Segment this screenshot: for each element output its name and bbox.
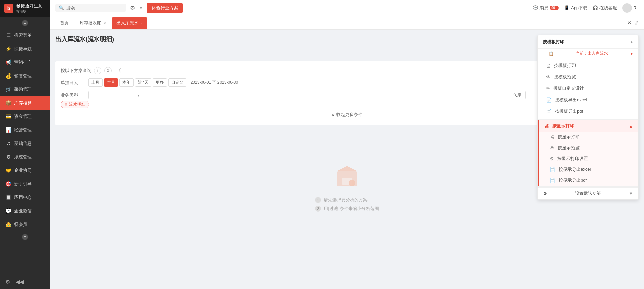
sidebar-item-beginner[interactable]: 🎯 新手引导 <box>0 177 50 191</box>
display-print-section: 🖨 按显示打印 ▲ 🖨 按显示打印 👁 按显示预览 ⚙ 按显示打印设置 <box>538 120 638 186</box>
printer2-icon: 🖨 <box>550 134 554 140</box>
tab-home[interactable]: 首页 <box>55 17 74 29</box>
app-title-block: 畅捷通好生意 标准版 <box>16 3 42 14</box>
dropdown-item-template-preview[interactable]: 👁 按模板预览 <box>538 71 638 83</box>
sidebar-header: b 畅捷通好生意 标准版 <box>0 0 50 17</box>
sidebar-item-label: 销售管理 <box>14 73 32 79</box>
app-download-button[interactable]: 📱 App下载 <box>564 5 587 11</box>
sidebar-item-purchase[interactable]: 🛒 采购管理 <box>0 83 50 96</box>
date-btn-this-month[interactable]: 本月 <box>104 78 118 87</box>
online-service-button[interactable]: 🎧 在线客服 <box>593 5 617 11</box>
footer-label: 设置默认功能 <box>575 190 601 196</box>
sidebar-item-inventory[interactable]: 📦 库存核算 <box>0 96 50 110</box>
sidebar-item-basic-info[interactable]: 🗂 基础信息 <box>0 137 50 150</box>
step-2-number: 2 <box>315 206 321 212</box>
sidebar-item-app-center[interactable]: 🔲 应用中心 <box>0 191 50 204</box>
sidebar-item-label: 企业协同 <box>14 167 32 174</box>
user-avatar-button[interactable]: Rit <box>622 3 639 13</box>
vip-icon: 👑 <box>5 221 11 228</box>
dropdown-item-template-custom[interactable]: ✏ 模板自定义设计 <box>538 83 638 94</box>
topbar-search[interactable]: 🔍 <box>55 4 126 12</box>
dropdown-item-display-preview[interactable]: 👁 按显示预览 <box>539 142 638 153</box>
date-btn-custom[interactable]: 自定义 <box>168 78 186 87</box>
dropdown-footer[interactable]: ⚙ 设置默认功能 ▼ <box>538 187 638 199</box>
search-input[interactable] <box>66 5 123 10</box>
app-title: 畅捷通好生意 <box>16 3 42 9</box>
dropdown-item-template-print[interactable]: 🖨 按模板打印 <box>538 60 638 71</box>
sidebar-item-search-menu[interactable]: ☰ 搜索菜单 <box>0 29 50 42</box>
filter-settings-button[interactable]: ⚙ <box>104 67 112 74</box>
dropdown-current: 📋 当前：出入库流水 ▼ <box>538 49 638 58</box>
tab-flow-close[interactable]: × <box>140 21 142 25</box>
sidebar-item-label: 快捷导航 <box>14 46 32 52</box>
date-btn-last-7-days[interactable]: 近7天 <box>135 78 151 87</box>
template-print-section: 🖨 按模板打印 👁 按模板预览 ✏ 模板自定义设计 📄 按模板导出excel 📄 <box>538 58 638 119</box>
dropdown-divider-2 <box>538 186 638 187</box>
business-type-label: 业务类型 <box>61 92 84 98</box>
dropdown-item-display-pdf[interactable]: 📄 按显示导出pdf <box>539 175 638 186</box>
headset-icon: 🎧 <box>593 5 598 10</box>
display-print-header[interactable]: 🖨 按显示打印 ▲ <box>539 120 638 132</box>
industry-solution-button[interactable]: 体验行业方案 <box>147 3 183 13</box>
step-1-number: 1 <box>315 197 321 203</box>
excel-icon: 📄 <box>546 97 552 103</box>
step-2-text: 用[过滤]条件来缩小分析范围 <box>324 206 379 212</box>
sidebar-item-marketing[interactable]: 📢 营销推广 <box>0 56 50 69</box>
enterprise-icon: 🤝 <box>5 167 11 174</box>
window-close-icon[interactable]: ✕ <box>627 20 632 26</box>
collapse-icon[interactable]: ◀◀ <box>16 279 24 285</box>
date-btn-more[interactable]: 更多 <box>153 78 167 87</box>
business-type-select[interactable] <box>88 91 142 99</box>
empty-state-icon: ! <box>333 164 360 191</box>
eye-icon: 👁 <box>546 74 551 80</box>
sidebar-item-enterprise-wechat[interactable]: 💬 企业微信 <box>0 204 50 218</box>
basic-info-icon: 🗂 <box>5 140 11 146</box>
sidebar-scroll-up[interactable]: ▲ <box>22 20 28 26</box>
sidebar-nav: ▲ ☰ 搜索菜单 ⚡ 快捷导航 📢 营销推广 💰 销售管理 🛒 采购管理 📦 库… <box>0 17 50 274</box>
dropdown-close-arrow[interactable]: ▲ <box>630 40 634 44</box>
display-print-icon: 🖨 <box>544 123 549 129</box>
sidebar-item-quick-nav[interactable]: ⚡ 快捷导航 <box>0 42 50 56</box>
sidebar-item-enterprise[interactable]: 🤝 企业协同 <box>0 164 50 177</box>
window-maximize-icon[interactable]: ⤢ <box>634 20 639 26</box>
empty-step-1: 1 请先选择要分析的方案 <box>315 197 379 203</box>
dropdown-item-template-pdf[interactable]: 📄 按模板导出pdf <box>538 106 638 117</box>
message-button[interactable]: 💬 消息 99+ <box>533 5 559 11</box>
dropdown-item-template-excel[interactable]: 📄 按模板导出excel <box>538 94 638 106</box>
sidebar-item-sales[interactable]: 💰 销售管理 <box>0 69 50 83</box>
settings-icon[interactable]: ⚙ <box>5 279 10 285</box>
dropdown-item-display-settings[interactable]: ⚙ 按显示打印设置 <box>539 153 638 164</box>
filter-add-button[interactable]: + <box>94 67 101 74</box>
dropdown-item-display-print[interactable]: 🖨 按显示打印 <box>539 132 638 142</box>
filter-chip-icon: ⊕ <box>64 102 68 107</box>
svg-text:!: ! <box>351 181 352 185</box>
collapse-icon: ∧ <box>331 112 335 117</box>
sidebar-item-vip[interactable]: 👑 畅会员 <box>0 218 50 231</box>
date-btn-last-month[interactable]: 上月 <box>88 78 103 87</box>
sidebar-item-operations[interactable]: 📊 经营管理 <box>0 123 50 137</box>
message-icon: 💬 <box>533 5 538 10</box>
sidebar-item-label: 新手引导 <box>14 181 32 187</box>
phone-icon: 📱 <box>564 5 569 10</box>
app-download-label: App下载 <box>571 5 587 11</box>
tab-flow[interactable]: 出入库流水 × <box>112 17 147 29</box>
dropdown-item-display-excel[interactable]: 📄 按显示导出excel <box>539 164 638 175</box>
tab-batch-account[interactable]: 库存批次账 × <box>75 17 110 29</box>
gear-icon[interactable]: ⚙ <box>130 5 135 11</box>
filter-collapse-button[interactable]: 《 <box>114 67 123 74</box>
filter-chip-detail[interactable]: ⊕ 流水明细 <box>61 101 89 108</box>
date-btn-this-year[interactable]: 本年 <box>119 78 134 87</box>
sidebar-item-label: 营销推广 <box>14 59 32 65</box>
sidebar-item-funds[interactable]: 💳 资金管理 <box>0 110 50 123</box>
dropdown-divider <box>538 119 638 120</box>
dropdown-header: 按模板打印 ▲ <box>538 35 638 49</box>
gear2-icon: ⚙ <box>550 156 554 161</box>
sidebar-item-system[interactable]: ⚙ 系统管理 <box>0 150 50 164</box>
item-label: 按显示打印 <box>558 134 580 140</box>
edit-icon: ✏ <box>546 86 550 91</box>
sidebar-scroll-down[interactable]: ▼ <box>22 234 28 240</box>
item-label: 按模板导出pdf <box>555 108 583 114</box>
sidebar-footer: ⚙ ◀◀ <box>0 274 50 289</box>
sidebar-item-label: 资金管理 <box>14 113 32 120</box>
tab-batch-account-close[interactable]: × <box>104 21 106 25</box>
